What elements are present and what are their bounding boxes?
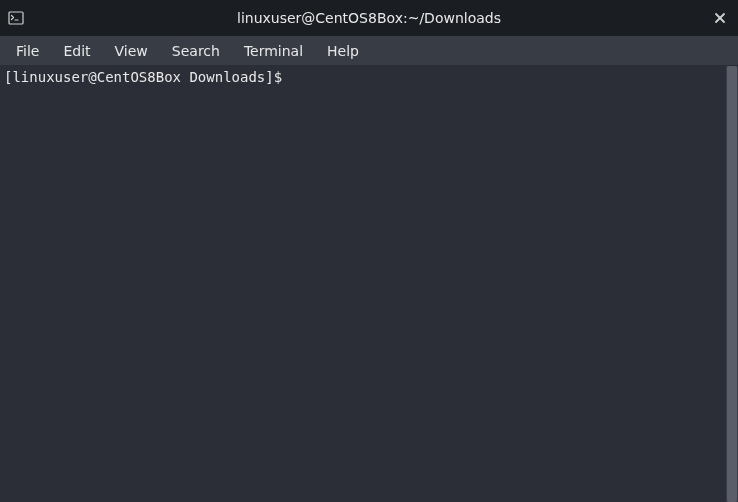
menu-file[interactable]: File	[4, 39, 51, 63]
menu-search[interactable]: Search	[160, 39, 232, 63]
menu-help[interactable]: Help	[315, 39, 371, 63]
menu-terminal[interactable]: Terminal	[232, 39, 315, 63]
svg-rect-0	[9, 12, 23, 24]
window-title: linuxuser@CentOS8Box:~/Downloads	[0, 10, 738, 26]
terminal-container: [linuxuser@CentOS8Box Downloads]$	[0, 66, 738, 502]
menu-edit[interactable]: Edit	[51, 39, 102, 63]
window-titlebar: linuxuser@CentOS8Box:~/Downloads	[0, 0, 738, 36]
scrollbar[interactable]	[726, 66, 738, 502]
close-button[interactable]	[710, 8, 730, 28]
terminal-prompt: [linuxuser@CentOS8Box Downloads]$	[4, 68, 722, 86]
scrollbar-thumb[interactable]	[727, 66, 737, 502]
terminal-icon	[8, 10, 24, 26]
menu-view[interactable]: View	[103, 39, 160, 63]
menubar: File Edit View Search Terminal Help	[0, 36, 738, 66]
terminal-area[interactable]: [linuxuser@CentOS8Box Downloads]$	[0, 66, 726, 502]
